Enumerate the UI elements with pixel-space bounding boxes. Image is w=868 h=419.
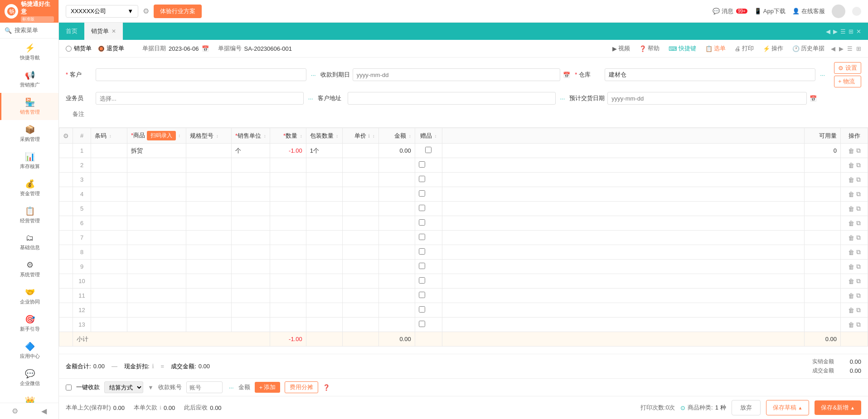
- delete-row-icon-11[interactable]: 🗑: [848, 292, 854, 299]
- sidebar-item-collab[interactable]: 🤝 企业协同: [0, 283, 58, 310]
- copy-row-icon-2[interactable]: ⧉: [856, 161, 861, 169]
- print-btn[interactable]: 🖨 打印: [732, 43, 756, 53]
- tab-grid-icon[interactable]: ⊞: [849, 28, 853, 35]
- gift-checkbox-3[interactable]: [419, 176, 425, 182]
- gift-checkbox-1[interactable]: [425, 147, 432, 153]
- calc-method-select[interactable]: 结算方式: [104, 381, 143, 393]
- fee-help-icon[interactable]: ❓: [323, 384, 330, 391]
- warehouse-input[interactable]: [605, 68, 815, 81]
- help-btn[interactable]: ❓ 帮助: [636, 43, 662, 53]
- salesperson-input[interactable]: [96, 92, 304, 105]
- sidebar-item-basic[interactable]: 🗂 基础信息: [0, 229, 58, 255]
- tab-close-icon[interactable]: ✕: [112, 28, 116, 34]
- delete-row-icon-5[interactable]: 🗑: [848, 205, 854, 212]
- sidebar-search[interactable]: 🔍 搜索菜单: [0, 23, 58, 39]
- delete-row-icon-3[interactable]: 🗑: [848, 176, 854, 183]
- shortcut-btn[interactable]: ⌨ 快捷键: [666, 43, 699, 53]
- tab-close-all-icon[interactable]: ✕: [856, 28, 861, 35]
- customer-input[interactable]: [96, 68, 306, 81]
- copy-row-icon-10[interactable]: ⧉: [856, 277, 861, 285]
- logistics-button[interactable]: + 物流: [834, 76, 861, 87]
- sidebar-item-operations[interactable]: 📋 经营管理: [0, 202, 58, 229]
- online-service-button[interactable]: 👤 在线客服: [792, 7, 825, 15]
- copy-row-icon-9[interactable]: ⧉: [856, 263, 861, 270]
- message-button[interactable]: 💬 消息 99+: [713, 7, 747, 15]
- copy-row-icon-13[interactable]: ⧉: [856, 321, 861, 328]
- tab-list-icon[interactable]: ☰: [840, 28, 846, 35]
- sidebar-item-wechat[interactable]: 💬 企业微信: [0, 364, 58, 391]
- delete-row-icon-9[interactable]: 🗑: [848, 263, 854, 270]
- delete-row-icon-1[interactable]: 🗑: [848, 147, 854, 154]
- delete-row-icon-6[interactable]: 🗑: [848, 220, 854, 227]
- sidebar-item-inventory[interactable]: 📊 库存核算: [0, 147, 58, 174]
- scan-button[interactable]: 扫码录入: [147, 131, 176, 140]
- delete-row-icon-10[interactable]: 🗑: [848, 278, 854, 285]
- expected-date-input[interactable]: [607, 92, 807, 105]
- sidebar-item-sales[interactable]: 🏪 销售管理: [0, 93, 58, 120]
- setting-button[interactable]: ⚙ 设置: [834, 62, 861, 74]
- view-list-icon[interactable]: ☰: [847, 45, 853, 52]
- sidebar-collapse-button[interactable]: ◀: [41, 407, 47, 415]
- view-grid-icon[interactable]: ⊞: [856, 45, 861, 52]
- history-btn[interactable]: 🕐 历史单据: [790, 43, 827, 53]
- copy-row-icon-3[interactable]: ⧉: [856, 176, 861, 183]
- delete-row-icon-2[interactable]: 🗑: [848, 162, 854, 169]
- gift-checkbox-12[interactable]: [419, 306, 425, 313]
- gift-checkbox-6[interactable]: [419, 219, 425, 226]
- trial-button[interactable]: 体验行业方案: [154, 5, 202, 18]
- operate-btn[interactable]: ⚡ 操作: [760, 43, 786, 53]
- account-more-icon[interactable]: ···: [229, 384, 234, 391]
- sidebar-item-member[interactable]: 👑 畅会员: [0, 391, 58, 403]
- copy-row-icon-5[interactable]: ⧉: [856, 205, 861, 212]
- gift-checkbox-11[interactable]: [419, 292, 425, 298]
- sidebar-item-guide[interactable]: 🎯 新手引导: [0, 310, 58, 337]
- select-btn[interactable]: 📋 选单: [703, 43, 728, 53]
- company-select[interactable]: XXXXXX公司 ▼: [66, 5, 138, 18]
- calendar-icon[interactable]: 📅: [202, 45, 209, 52]
- payment-date-calendar-icon[interactable]: 📅: [563, 72, 570, 78]
- notes-input[interactable]: [90, 109, 226, 119]
- gift-checkbox-7[interactable]: [419, 234, 425, 240]
- delete-row-icon-8[interactable]: 🗑: [848, 249, 854, 256]
- gift-checkbox-8[interactable]: [419, 248, 425, 255]
- radio-sale[interactable]: 销货单: [66, 44, 92, 53]
- delete-row-icon-13[interactable]: 🗑: [848, 321, 854, 328]
- table-wrapper[interactable]: ⚙ # 条码 ↕ *商品 扫码录入 ↕: [59, 128, 868, 354]
- tab-sales-order[interactable]: 销货单 ✕: [84, 23, 123, 40]
- copy-row-icon-7[interactable]: ⧉: [856, 234, 861, 241]
- sidebar-settings-button[interactable]: ⚙: [12, 407, 18, 415]
- copy-row-icon-8[interactable]: ⧉: [856, 248, 861, 256]
- add-payment-button[interactable]: + 添加: [255, 382, 281, 393]
- avatar[interactable]: [832, 5, 845, 18]
- discard-button[interactable]: 放弃: [732, 400, 761, 415]
- video-btn[interactable]: ▶ 视频: [610, 43, 633, 53]
- customer-more-icon[interactable]: ···: [311, 72, 316, 78]
- copy-row-icon-12[interactable]: ⧉: [856, 306, 861, 314]
- gift-checkbox-9[interactable]: [419, 263, 425, 269]
- warehouse-more-icon[interactable]: ···: [820, 72, 825, 78]
- payment-date-input[interactable]: [353, 68, 561, 81]
- addr-more-icon[interactable]: ···: [560, 95, 565, 102]
- tab-nav-next-icon[interactable]: ▶: [833, 28, 838, 35]
- gear-icon[interactable]: ⚙: [63, 132, 69, 140]
- radio-return[interactable]: 退货单: [98, 44, 124, 53]
- sidebar-item-system[interactable]: ⚙ 系统管理: [0, 255, 58, 283]
- gift-checkbox-4[interactable]: [419, 190, 425, 197]
- gift-checkbox-13[interactable]: [419, 321, 425, 327]
- gear-settings-icon[interactable]: ⚙: [143, 7, 149, 15]
- delete-row-icon-7[interactable]: 🗑: [848, 234, 854, 241]
- gift-checkbox-10[interactable]: [419, 277, 425, 284]
- save-new-button[interactable]: 保存&新增 ▲: [815, 400, 861, 415]
- copy-row-icon-6[interactable]: ⧉: [856, 219, 861, 227]
- one-key-payment-checkbox[interactable]: [66, 385, 72, 390]
- total-debt-help-icon[interactable]: ℹ: [160, 405, 161, 411]
- nav-next-icon[interactable]: ▶: [839, 45, 844, 52]
- sidebar-item-purchase[interactable]: 📦 采购管理: [0, 120, 58, 147]
- customer-addr-input[interactable]: [348, 92, 556, 105]
- sidebar-item-shortcut[interactable]: ⚡ 快捷导航: [0, 39, 58, 66]
- copy-row-icon-4[interactable]: ⧉: [856, 190, 861, 198]
- tab-nav-prev-icon[interactable]: ◀: [826, 28, 830, 35]
- account-input[interactable]: [186, 381, 223, 393]
- delete-row-icon-12[interactable]: 🗑: [848, 307, 854, 314]
- app-download-button[interactable]: 📱 App下载: [754, 7, 786, 15]
